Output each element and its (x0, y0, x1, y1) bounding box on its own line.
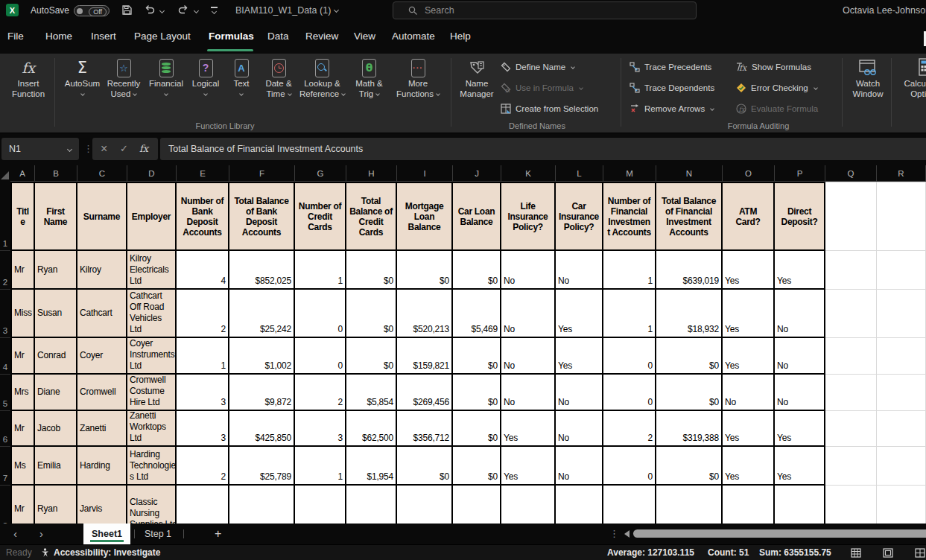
menu-tab-help[interactable]: Help (450, 21, 471, 52)
horizontal-scrollbar[interactable] (633, 529, 926, 538)
ribbon-recently-used-button[interactable]: ☆RecentlyUsed (102, 57, 145, 121)
cell-E3[interactable]: 2 (177, 290, 229, 338)
cell-I3[interactable]: $520,213 (397, 290, 453, 338)
cell-L3[interactable]: Yes (556, 290, 603, 338)
undo-icon[interactable] (144, 4, 156, 16)
column-header-P[interactable]: P (775, 165, 825, 182)
redo-dropdown-chevron[interactable] (194, 8, 199, 13)
cell-P6[interactable]: Yes (775, 411, 825, 447)
cell-D1[interactable]: Employer (127, 182, 177, 251)
cell-O8[interactable] (723, 486, 775, 524)
column-header-L[interactable]: L (556, 165, 603, 182)
column-header-D[interactable]: D (127, 165, 177, 182)
cell-M6[interactable]: 2 (603, 411, 656, 447)
cell-N3[interactable]: $18,932 (656, 290, 723, 338)
ribbon-define-name-button[interactable]: Define Name (501, 60, 574, 74)
cell-C3[interactable]: Cathcart (77, 290, 127, 338)
cell-D5[interactable]: Cromwell Costume Hire Ltd (127, 375, 177, 411)
cell-L2[interactable]: No (556, 251, 603, 290)
cell-A2[interactable]: Mr (10, 251, 35, 290)
search-box[interactable]: Search (393, 1, 697, 19)
cell-K2[interactable]: No (501, 251, 556, 290)
cell-Q4[interactable] (825, 338, 877, 375)
cell-C6[interactable]: Zanetti (77, 411, 127, 447)
row-header-3[interactable]: 3 (0, 290, 10, 338)
menu-tab-review[interactable]: Review (305, 21, 338, 52)
cell-R2[interactable] (877, 251, 926, 290)
ribbon-trace-dependents-button[interactable]: Trace Dependents (630, 80, 714, 95)
cell-I6[interactable]: $356,712 (397, 411, 453, 447)
column-header-Q[interactable]: Q (825, 165, 877, 182)
ribbon-autosum-button[interactable]: ΣAutoSum (63, 57, 102, 121)
cell-F7[interactable]: $25,789 (229, 447, 295, 486)
cell-N5[interactable]: $0 (656, 375, 723, 411)
cell-G3[interactable]: 0 (295, 290, 346, 338)
enter-icon[interactable]: ✓ (120, 138, 128, 160)
ribbon-create-from-selection-button[interactable]: Create from Selection (501, 101, 598, 116)
cell-G4[interactable]: 0 (295, 338, 346, 375)
cell-N4[interactable]: $0 (656, 338, 723, 375)
cell-L8[interactable] (556, 486, 603, 524)
cell-F3[interactable]: $25,242 (229, 290, 295, 338)
cell-R6[interactable] (877, 411, 926, 447)
column-header-G[interactable]: G (295, 165, 346, 182)
page-break-view-icon[interactable] (915, 548, 925, 558)
cell-I4[interactable]: $159,821 (397, 338, 453, 375)
cell-K8[interactable] (501, 486, 556, 524)
cell-O1[interactable]: ATM Card? (723, 182, 775, 251)
row-header-7[interactable]: 7 (0, 447, 10, 486)
row-header-5[interactable]: 5 (0, 375, 10, 411)
ribbon-text-button[interactable]: AText (224, 57, 259, 121)
cell-M3[interactable]: 1 (603, 290, 656, 338)
column-header-N[interactable]: N (656, 165, 723, 182)
ribbon-remove-arrows-button[interactable]: Remove Arrows (630, 101, 714, 116)
cell-I2[interactable]: $0 (397, 251, 453, 290)
cell-P3[interactable]: No (775, 290, 825, 338)
user-name[interactable]: Octavia Lee-Johnson (843, 0, 926, 21)
cell-B6[interactable]: Jacob (35, 411, 77, 447)
cell-O7[interactable]: Yes (723, 447, 775, 486)
undo-dropdown-chevron[interactable] (159, 8, 165, 13)
cell-H3[interactable]: $0 (346, 290, 397, 338)
cell-P4[interactable]: No (775, 338, 825, 375)
cell-N7[interactable]: $0 (656, 447, 723, 486)
cell-G8[interactable] (295, 486, 346, 524)
menu-tab-formulas[interactable]: Formulas (209, 21, 254, 52)
cell-O6[interactable]: Yes (723, 411, 775, 447)
column-header-I[interactable]: I (397, 165, 453, 182)
cell-I5[interactable]: $269,456 (397, 375, 453, 411)
cell-K1[interactable]: Life Insurance Policy? (501, 182, 556, 251)
cell-D3[interactable]: Cathcart Off Road Vehicles Ltd (127, 290, 177, 338)
cell-D8[interactable]: Classic Nursing Supplies Ltd (127, 486, 177, 524)
cell-A4[interactable]: Mr (10, 338, 35, 375)
cell-A6[interactable]: Mr (10, 411, 35, 447)
menu-tab-page-layout[interactable]: Page Layout (134, 21, 191, 52)
page-layout-view-icon[interactable] (883, 548, 893, 558)
cell-D7[interactable]: Harding Technologie s Ltd (127, 447, 177, 486)
cell-I7[interactable]: $0 (397, 447, 453, 486)
cell-C1[interactable]: Surname (77, 182, 127, 251)
cell-M1[interactable]: Number of Financial Investmen t Accounts (603, 182, 656, 251)
qat-customize-icon[interactable] (211, 7, 218, 8)
column-header-K[interactable]: K (501, 165, 556, 182)
ribbon-financial-button[interactable]: Financial (145, 57, 187, 121)
ribbon-lookup-reference-button[interactable]: Lookup &Reference (299, 57, 346, 121)
cell-C5[interactable]: Cromwell (77, 375, 127, 411)
cell-F1[interactable]: Total Balance of Bank Deposit Accounts (229, 182, 295, 251)
cell-Q6[interactable] (825, 411, 877, 447)
cell-R4[interactable] (877, 338, 926, 375)
menu-tab-home[interactable]: Home (45, 21, 72, 52)
row-header-2[interactable]: 2 (0, 251, 10, 290)
cell-C7[interactable]: Harding (77, 447, 127, 486)
cell-L4[interactable]: Yes (556, 338, 603, 375)
cell-M4[interactable]: 0 (603, 338, 656, 375)
ribbon-date-time-button[interactable]: Date &Time (259, 57, 299, 121)
cell-H6[interactable]: $62,500 (346, 411, 397, 447)
qat-customize-chevron[interactable] (212, 9, 217, 14)
cell-N6[interactable]: $319,388 (656, 411, 723, 447)
column-header-J[interactable]: J (453, 165, 501, 182)
cell-E6[interactable]: 3 (177, 411, 229, 447)
name-box-chevron[interactable] (67, 147, 72, 152)
cell-G5[interactable]: 2 (295, 375, 346, 411)
ribbon-logical-button[interactable]: ?Logical (187, 57, 224, 121)
